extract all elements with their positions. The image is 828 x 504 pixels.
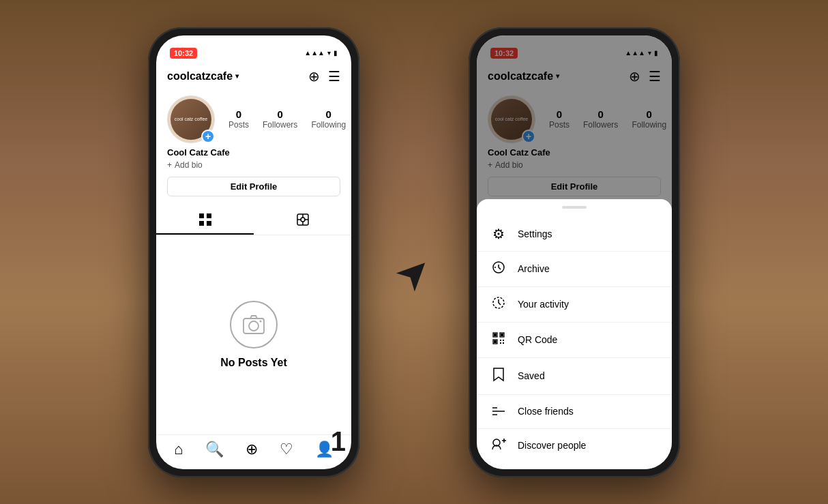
nav-heart-1[interactable]: ♡	[280, 441, 293, 458]
stat-followers-label-1: Followers	[263, 120, 297, 130]
svg-point-5	[301, 218, 305, 222]
settings-label: Settings	[518, 228, 552, 239]
username-chevron-1: ▾	[235, 72, 239, 80]
grid-icon-1	[198, 213, 212, 226]
arrow-area: ➤	[380, 211, 448, 293]
menu-item-saved[interactable]: Saved	[477, 358, 672, 395]
discover-icon	[490, 438, 507, 454]
svg-point-12	[260, 320, 262, 322]
add-bio-1[interactable]: + Add bio	[167, 160, 340, 170]
settings-icon: ⚙	[490, 226, 507, 242]
bottom-nav-1: ⌂ 🔍 ⊕ ♡ 👤	[156, 434, 351, 469]
profile-section-1: cool catz coffee + 0 Posts 0	[156, 90, 351, 202]
phone-1-screen: 10:32 ▲▲▲ ▾ ▮ coolcatzcafe ▾ ⊕ ☰	[156, 35, 351, 469]
username-1: coolcatzcafe ▾	[167, 70, 239, 83]
header-icons-1: ⊕ ☰	[308, 68, 340, 85]
tab-grid-1[interactable]	[156, 206, 254, 235]
scene: 10:32 ▲▲▲ ▾ ▮ coolcatzcafe ▾ ⊕ ☰	[134, 14, 694, 491]
tabs-bar-1	[156, 206, 351, 235]
phone-1: 10:32 ▲▲▲ ▾ ▮ coolcatzcafe ▾ ⊕ ☰	[148, 27, 359, 477]
profile-top-1: cool catz coffee + 0 Posts 0	[167, 95, 340, 143]
stat-posts-num-1: 0	[236, 108, 241, 120]
menu-item-archive[interactable]: Archive	[477, 252, 672, 287]
svg-rect-25	[501, 333, 503, 336]
status-icons-1: ▲▲▲ ▾ ▮	[304, 49, 338, 57]
avatar-1: cool catz coffee +	[167, 95, 215, 143]
menu-item-close-friends[interactable]: Close friends	[477, 395, 672, 429]
phone-2-screen: 10:32 ▲▲▲ ▾ ▮ coolcatzcafe ▾ ⊕ ☰	[477, 35, 672, 469]
svg-rect-3	[207, 221, 211, 226]
plus-icon-bio-1: +	[167, 160, 172, 170]
phone-2-shell: 10:32 ▲▲▲ ▾ ▮ coolcatzcafe ▾ ⊕ ☰	[469, 27, 680, 477]
svg-rect-31	[503, 342, 504, 344]
phone-1-number: 1	[331, 426, 346, 457]
menu-item-discover[interactable]: Discover people	[477, 429, 672, 462]
svg-rect-30	[500, 342, 501, 344]
saved-label: Saved	[518, 370, 545, 381]
phone-1-shell: 10:32 ▲▲▲ ▾ ▮ coolcatzcafe ▾ ⊕ ☰	[148, 27, 359, 477]
svg-rect-2	[199, 221, 204, 226]
signal-icon: ▲▲▲	[304, 49, 325, 57]
stat-following-label-1: Following	[311, 120, 346, 130]
status-time-1: 10:32	[170, 48, 197, 59]
username-text-1: coolcatzcafe	[167, 70, 233, 83]
activity-icon	[490, 296, 507, 313]
svg-point-11	[249, 321, 258, 331]
no-posts-section-1: No Posts Yet	[156, 235, 351, 434]
battery-icon: ▮	[334, 49, 338, 57]
close-friends-label: Close friends	[518, 406, 574, 417]
qrcode-icon	[490, 331, 507, 349]
stat-posts-label-1: Posts	[228, 120, 249, 130]
nav-search-1[interactable]: 🔍	[205, 441, 224, 458]
activity-label: Your activity	[518, 299, 569, 310]
add-post-icon-1[interactable]: ⊕	[308, 68, 320, 85]
discover-label: Discover people	[518, 440, 586, 451]
nav-home-1[interactable]: ⌂	[174, 441, 183, 458]
stat-followers-1: 0 Followers	[263, 108, 297, 130]
saved-icon	[490, 367, 507, 385]
wifi-icon: ▾	[327, 49, 331, 57]
stat-posts-1: 0 Posts	[228, 108, 249, 130]
stat-followers-num-1: 0	[278, 108, 283, 120]
camera-icon-circle-1	[230, 301, 278, 349]
bottom-sheet-menu: ⚙ Settings Archive	[477, 199, 672, 469]
svg-rect-23	[494, 333, 497, 336]
tab-tag-1[interactable]	[254, 206, 351, 235]
stat-following-1: 0 Following	[311, 108, 346, 130]
archive-label: Archive	[518, 263, 550, 274]
svg-rect-29	[503, 340, 504, 341]
bio-label-1: Add bio	[175, 160, 203, 170]
camera-icon-1	[241, 312, 266, 337]
no-posts-text-1: No Posts Yet	[220, 357, 287, 369]
menu-item-qrcode[interactable]: QR Code	[477, 323, 672, 358]
ig-header-1: coolcatzcafe ▾ ⊕ ☰	[156, 65, 351, 90]
archive-icon	[490, 261, 507, 278]
svg-rect-0	[199, 213, 204, 218]
menu-item-activity[interactable]: Your activity	[477, 287, 672, 323]
add-avatar-btn-1[interactable]: +	[201, 130, 215, 143]
avatar-text-1: cool catz coffee	[175, 116, 208, 122]
stats-row-1: 0 Posts 0 Followers 0 Following	[228, 108, 346, 130]
sheet-handle	[562, 206, 587, 209]
phone-2: 10:32 ▲▲▲ ▾ ▮ coolcatzcafe ▾ ⊕ ☰	[469, 27, 680, 477]
edit-profile-btn-1[interactable]: Edit Profile	[167, 177, 340, 196]
svg-rect-1	[207, 213, 211, 218]
profile-name-1: Cool Catz Cafe	[167, 147, 340, 158]
qrcode-label: QR Code	[518, 334, 557, 345]
tag-icon-1	[296, 213, 310, 226]
status-bar-1: 10:32 ▲▲▲ ▾ ▮	[156, 35, 351, 65]
menu-item-settings[interactable]: ⚙ Settings	[477, 217, 672, 252]
nav-add-1[interactable]: ⊕	[246, 441, 258, 458]
svg-rect-27	[494, 340, 497, 343]
arrow-icon: ➤	[387, 246, 441, 299]
menu-icon-1[interactable]: ☰	[328, 68, 340, 85]
stat-following-num-1: 0	[326, 108, 331, 120]
close-friends-icon	[490, 404, 507, 419]
svg-rect-28	[500, 340, 501, 341]
